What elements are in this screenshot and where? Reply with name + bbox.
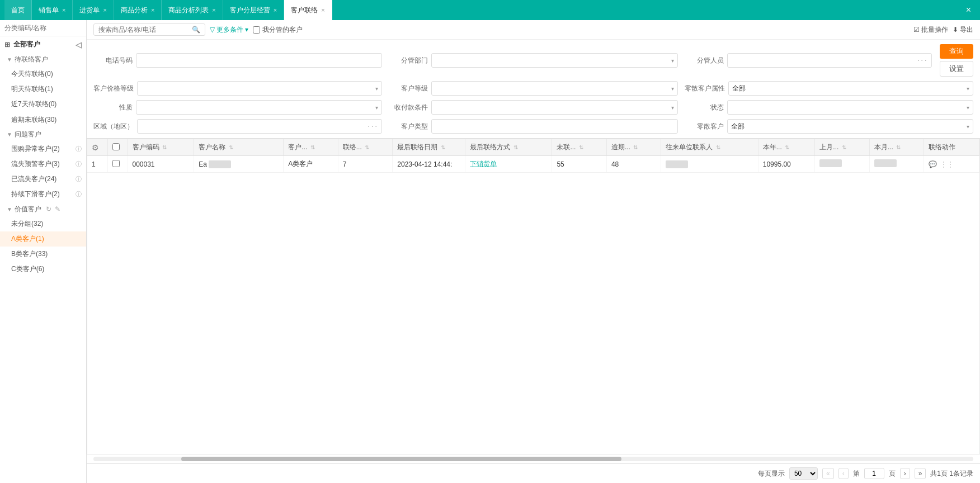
sidebar-item-declining[interactable]: 持续下滑客户(2) ⓘ [0, 187, 86, 202]
chat-icon[interactable]: 💬 [929, 160, 937, 168]
retail-customer-select[interactable]: 全部 ▾ [727, 119, 973, 134]
table-row: 1 000031 Ea ? A类客户 7 2023-04-12 14:44: [87, 156, 979, 173]
chevron-down-icon: ▾ [671, 86, 674, 92]
close-tab-customer-contact[interactable]: × [321, 7, 324, 13]
col-action: 联络动作 [924, 139, 979, 156]
price-level-select[interactable]: ▾ [137, 81, 382, 96]
nav-tab-purchase[interactable]: 进货单 × [73, 0, 114, 20]
check-icon: ☑ [913, 26, 920, 34]
nav-tab-customer-contact[interactable]: 客户联络 × [284, 0, 332, 20]
nav-tab-customer-ops[interactable]: 客户分层经营 × [223, 0, 284, 20]
not-contacted-cell: 55 [552, 156, 607, 173]
customer-type-input[interactable] [431, 119, 677, 134]
page-number-input[interactable] [864, 468, 884, 479]
nav-tab-product-analysis[interactable]: 商品分析 × [114, 0, 162, 20]
export-btn[interactable]: ⬇ 导出 [953, 25, 973, 35]
col-customer-name[interactable]: 客户名称 ⇅ [194, 139, 284, 156]
retail-attr-select[interactable]: 全部 ▾ [728, 81, 973, 96]
col-overdue[interactable]: 逾期... ⇅ [606, 139, 661, 156]
row-checkbox[interactable] [107, 156, 128, 173]
close-tab-product-analysis[interactable]: × [151, 7, 154, 13]
status-select[interactable]: ▾ [727, 100, 973, 115]
nav-tab-product-list[interactable]: 商品分析列表 × [162, 0, 223, 20]
sidebar-item-class-a[interactable]: A类客户(1) [0, 231, 86, 247]
sort-icon: ⇅ [310, 144, 315, 150]
last-page-btn[interactable]: » [915, 468, 926, 479]
page-size-select[interactable]: 50 100 200 [789, 467, 818, 480]
col-not-contacted[interactable]: 未联... ⇅ [552, 139, 607, 156]
sort-icon: ⇅ [633, 144, 638, 150]
col-customer-type[interactable]: 客户... ⇅ [284, 139, 338, 156]
nav-home[interactable]: 首页 [4, 0, 32, 20]
sidebar-item-churned[interactable]: 已流失客户(24) ⓘ [0, 172, 86, 187]
sidebar-item-class-c[interactable]: C类客户(6) [0, 262, 86, 277]
col-last-month[interactable]: 上月... ⇅ [815, 139, 870, 156]
col-last-contact-method[interactable]: 最后联络方式 ⇅ [465, 139, 552, 156]
region-input[interactable]: ··· [137, 119, 382, 134]
select-all-checkbox[interactable] [112, 143, 120, 150]
close-tab-customer-ops[interactable]: × [274, 7, 277, 13]
close-tab-purchase[interactable]: × [103, 7, 106, 13]
prev-page-btn[interactable]: ‹ [838, 468, 849, 479]
last-contact-method-cell[interactable]: 下销货单 [465, 156, 552, 173]
close-all-tabs[interactable]: × [962, 5, 976, 15]
manager-input[interactable]: ··· [727, 53, 932, 68]
sidebar-all-customers[interactable]: ⊞ 全部客户 ◁ [0, 36, 86, 53]
filter-phone: 电话号码 [93, 53, 382, 68]
col-last-contact-date[interactable]: 最后联络日期 ⇅ [393, 139, 465, 156]
col-checkbox-all[interactable] [107, 139, 128, 156]
col-customer-code[interactable]: 客户编码 ⇅ [128, 139, 194, 156]
col-contact-person[interactable]: 往来单位联系人 ⇅ [661, 139, 758, 156]
filter-icon: ▽ [210, 26, 215, 34]
sidebar-item-churn-warning[interactable]: 流失预警客户(3) ⓘ [0, 157, 86, 172]
customer-name-cell[interactable]: Ea ? [194, 156, 284, 173]
first-page-btn[interactable]: « [822, 468, 834, 479]
batch-ops-btn[interactable]: ☑ 批量操作 [913, 25, 948, 35]
more-icon[interactable]: ⋮⋮ [940, 160, 954, 168]
nav-tab-sales[interactable]: 销售单 × [32, 0, 73, 20]
filter-search-input[interactable] [98, 26, 190, 34]
filter-customer-type: 客户类型 [389, 119, 677, 134]
sidebar-item-unclassified[interactable]: 未分组(32) [0, 216, 86, 231]
row-select-checkbox[interactable] [112, 160, 120, 167]
settings-btn[interactable]: 设置 [940, 61, 973, 77]
sidebar-item-overdue[interactable]: 逾期未联络(30) [0, 112, 86, 127]
gear-btn[interactable]: ⚙ [92, 143, 99, 152]
this-month-cell [869, 156, 924, 173]
scrollbar-thumb[interactable] [181, 457, 621, 461]
filter-retail-attr: 零散客户属性 全部 ▾ [685, 81, 973, 96]
more-conditions-btn[interactable]: ▽ 更多条件 ▾ [210, 25, 248, 35]
sidebar-group-value[interactable]: ▼ 价值客户 ↻ ✎ [0, 202, 86, 216]
sort-icon: ⇅ [785, 144, 789, 150]
masked-last-month [819, 159, 842, 167]
sidebar-item-tomorrow[interactable]: 明天待联络(1) [0, 82, 86, 97]
sidebar-collapse-btn[interactable]: ◁ [76, 40, 82, 49]
horizontal-scrollbar[interactable] [93, 457, 973, 461]
sidebar-group-pending[interactable]: ▼ 待联络客户 [0, 53, 86, 67]
my-customers-checkbox[interactable]: 我分管的客户 [253, 25, 303, 35]
overdue-cell: 48 [606, 156, 661, 173]
payment-select[interactable]: ▾ [431, 100, 677, 115]
col-this-year[interactable]: 本年... ⇅ [758, 139, 815, 156]
sidebar-item-class-b[interactable]: B类客户(33) [0, 247, 86, 262]
filter-search-box[interactable]: 🔍 [93, 23, 205, 36]
sidebar-item-7days[interactable]: 近7天待联络(0) [0, 97, 86, 112]
nature-select[interactable]: ▾ [136, 100, 382, 115]
next-page-btn[interactable]: › [900, 468, 910, 479]
close-tab-sales[interactable]: × [62, 7, 65, 13]
col-contact-count[interactable]: 联络... ⇅ [338, 139, 393, 156]
col-this-month[interactable]: 本月... ⇅ [869, 139, 924, 156]
refresh-icon[interactable]: ↻ [46, 205, 51, 213]
dept-select[interactable]: ▾ [431, 53, 677, 68]
query-btn[interactable]: 查询 [940, 44, 973, 59]
col-gear[interactable]: ⚙ [87, 139, 107, 156]
sidebar-search-input[interactable] [4, 24, 87, 32]
edit-icon[interactable]: ✎ [55, 205, 60, 213]
close-tab-product-list[interactable]: × [212, 7, 215, 13]
phone-input[interactable] [136, 53, 382, 68]
my-customers-check[interactable] [253, 26, 260, 34]
sidebar-item-today[interactable]: 今天待联络(0) [0, 67, 86, 82]
sidebar-item-hoarding[interactable]: 囤购异常客户(2) ⓘ [0, 141, 86, 157]
sidebar-group-problem[interactable]: ▼ 问题客户 [0, 127, 86, 141]
customer-level-select[interactable]: ▾ [431, 81, 677, 96]
